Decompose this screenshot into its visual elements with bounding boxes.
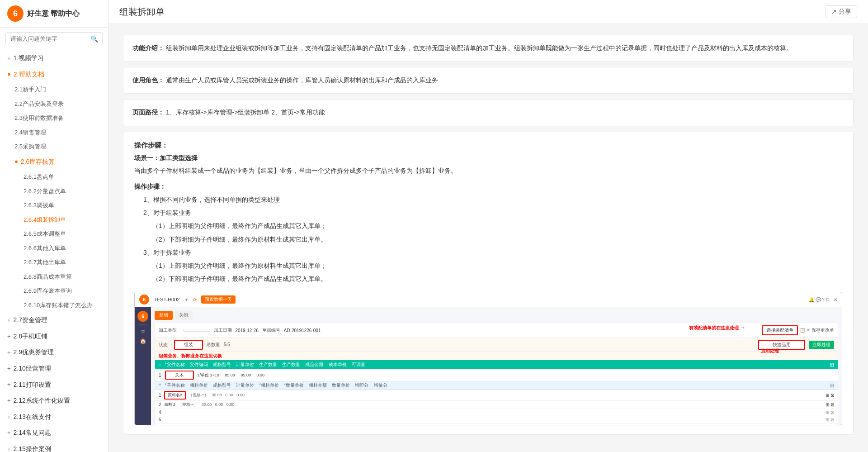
sidebar-item-finance[interactable]: + 2.7资金管理	[0, 312, 108, 328]
mock-sub-row1-rest: （规格-+） 35.08 0.00 0.00	[189, 392, 245, 398]
plus-icon: +	[7, 381, 11, 389]
step2-2: （2）下部明细为子件明细，最终作为原材料生成其它出库单。	[134, 234, 842, 245]
share-button[interactable]: ↗ 分享	[826, 5, 857, 18]
steps-title: 操作步骤：	[134, 141, 842, 150]
mock-tabs: 新增 关闭	[155, 311, 838, 320]
path-body: 1、库存核算->库存管理->组装拆卸单 2、首页->常用功能	[166, 109, 325, 116]
mock-tab-list: 关闭	[175, 311, 193, 320]
sidebar-item-otherin[interactable]: 2.6.6其他入库单	[0, 241, 108, 256]
mock-icons: ⟳	[193, 297, 197, 302]
sidebar-item-label: 2.12系统个性化设置	[14, 396, 70, 405]
mock-bom-area: 选择装配清单 📋 ✕ 保存更改单	[762, 325, 834, 335]
sidebar-item-inventory[interactable]: ● 2.6库存核算	[0, 154, 108, 170]
mock-parent-row: 1 关木 1/单位 1=10 85.08 85.08 0.00	[155, 369, 838, 381]
mock-sub-row-5: 6 ⊞ ⊠	[155, 423, 838, 425]
search-box[interactable]: 🔍	[0, 28, 108, 50]
sidebar-item-label: 2.14常见问题	[14, 428, 51, 438]
sidebar-item-payment[interactable]: + 2.13在线支付	[0, 409, 108, 425]
mock-close-icon: ✕	[834, 297, 837, 302]
step2-1: （1）上部明细为父件明细，最终作为产成品生成其它入库单；	[134, 220, 842, 232]
role-label: 使用角色：	[132, 76, 164, 84]
mock-sub-row2-name: 原料 2	[164, 402, 176, 408]
intro-card: 功能介绍： 组装拆卸单用来处理企业组装或拆卸等加工业务，支持有固定装配清单的产品…	[123, 35, 854, 62]
sidebar-item-partial[interactable]: 2.6.2分量盘点单	[0, 184, 108, 199]
sidebar-item-faq[interactable]: + 2.14常见问题	[0, 425, 108, 441]
mock-status-select: 组装	[174, 340, 203, 350]
sidebar-item-mobile[interactable]: + 2.8手机旺铺	[0, 328, 108, 345]
sidebar-item-stockerror[interactable]: 2.6.10库存账本错了怎么办	[0, 298, 108, 313]
logo-icon: 6	[7, 5, 24, 22]
sidebar-item-video[interactable]: + 1.视频学习	[0, 50, 108, 67]
mock-refresh-icon: ⟳	[193, 297, 197, 302]
mock-date-val: 2019-12-26	[236, 328, 259, 333]
steps-card: 操作步骤： 场景一：加工类型选择 当由多个子件材料组装成一个成品的业务为【组装】…	[123, 132, 854, 435]
mock-sub-row-4: 5 ⊞ ⊠	[155, 416, 838, 423]
mock-type-select	[183, 329, 210, 332]
search-icon: 🔍	[90, 35, 98, 43]
sidebar-item-newbie[interactable]: 2.1新手入门	[0, 82, 108, 97]
step3: 3、对于拆装业务	[134, 247, 842, 258]
search-input[interactable]	[5, 32, 103, 45]
mock-app-icons: 🔔 💬 ? ©️	[809, 297, 829, 302]
plus-icon: +	[7, 365, 11, 373]
sidebar-item-system[interactable]: + 2.12系统个性化设置	[0, 393, 108, 409]
mock-bom-icons: 📋 ✕ 保存更改单	[800, 327, 834, 333]
sidebar-item-label: 2.11打印设置	[14, 381, 51, 390]
sidebar-item-label: 2.帮助文档	[14, 70, 44, 79]
mock-row-num: 1	[159, 373, 161, 378]
sidebar-item-install[interactable]: 2.2产品安装及登录	[0, 97, 108, 111]
sidebar: 6 好生意 帮助中心 🔍 + 1.视频学习 ● 2.帮助文档 2.1新手入门 2…	[0, 0, 108, 452]
sidebar-item-stockcheck[interactable]: 2.6.9库存账本查询	[0, 284, 108, 298]
sidebar-item-transfer[interactable]: 2.6.3调拨单	[0, 198, 108, 213]
sidebar-item-costadj[interactable]: 2.6.5成本调整单	[0, 227, 108, 241]
mock-label-status: 状态	[159, 342, 170, 348]
mock-orderno-val: AD-20191226-001	[284, 328, 321, 333]
mock-label-orderno: 单据编号	[262, 327, 280, 333]
mock-sub-row5-icons: ⊞ ⊠	[826, 424, 834, 425]
sidebar-item-prepare[interactable]: 2.3使用前数据准备	[0, 111, 108, 125]
share-label: 分享	[839, 8, 851, 16]
sidebar-item-label: 2.9优惠券管理	[14, 348, 54, 357]
sidebar-item-costrecalc[interactable]: 2.6.8商品成本重算	[0, 270, 108, 284]
annotation-bom-text: 有装配清单的在这里处理	[689, 325, 739, 330]
minus-icon: ●	[14, 157, 18, 166]
sidebar-item-print[interactable]: + 2.11打印设置	[0, 377, 108, 393]
step3-1: （1）上部明细为父件明细，最终作为原材料生成其它出库单；	[134, 260, 842, 271]
mock-app-id: TEST-H002	[154, 297, 179, 302]
mock-divider	[138, 324, 147, 325]
mock-preset-btn: 预置数据一天	[201, 295, 236, 304]
sidebar-item-cases[interactable]: + 2.15操作案例	[0, 441, 108, 452]
plus-icon: +	[7, 54, 11, 62]
mock-home-icon: 🏠	[140, 338, 146, 344]
sidebar-item-docs[interactable]: ● 2.帮助文档	[0, 67, 108, 83]
sidebar-item-label: 1.视频学习	[14, 54, 44, 63]
minus-icon: ●	[7, 70, 11, 78]
sidebar-item-sales[interactable]: 2.4销售管理	[0, 125, 108, 140]
mock-search-btn: 立即处理	[809, 341, 834, 349]
mock-dropdown-icon: ▼	[184, 297, 189, 302]
mock-mini-sidebar: 6 ≡ 🏠	[135, 307, 151, 425]
role-body: 通常由生产人员或库管人员完成拆装业务的操作，库管人员确认原材料的出库和产成品的入…	[166, 76, 438, 84]
mock-sub-row3-icons: ⊞ ⊠	[826, 410, 834, 415]
plus-icon: +	[7, 333, 11, 341]
mock-label-date: 加工日期	[214, 327, 232, 333]
plus-icon: +	[7, 348, 11, 357]
sidebar-item-otherout[interactable]: 2.6.7其他出库单	[0, 255, 108, 270]
sidebar-item-purchase[interactable]: 2.5采购管理	[0, 139, 108, 154]
mock-sub-row-2: 2 原料 2 （规格-+） 30.00 0.00 0.00 ⊞ ⊠	[155, 401, 838, 409]
mock-sub-row1-icons: ⊞ ⊠	[826, 393, 834, 398]
plus-icon: +	[7, 397, 11, 405]
mock-parent-name-cell: 关木	[165, 371, 194, 380]
mock-logo: 6	[139, 295, 149, 305]
role-text: 使用角色： 通常由生产人员或库管人员完成拆装业务的操作，库管人员确认原材料的出库…	[132, 75, 844, 86]
mock-sub-row4-icons: ⊞ ⊠	[826, 417, 834, 422]
sidebar-item-assembly[interactable]: 2.6.4组装拆卸单	[0, 213, 108, 227]
sidebar-item-stocktake[interactable]: 2.6.1盘点单	[0, 170, 108, 184]
plus-icon: +	[7, 445, 11, 452]
mock-ann-bom: 有装配清单的在这里处理 →	[687, 324, 747, 332]
sidebar-item-operation[interactable]: + 2.10经营管理	[0, 361, 108, 377]
mock-ann-assemble-row: 组装业务、拆卸业务在这里切换	[155, 352, 838, 360]
sidebar-item-label: 2.13在线支付	[14, 413, 51, 422]
role-card: 使用角色： 通常由生产人员或库管人员完成拆装业务的操作，库管人员确认原材料的出库…	[123, 67, 854, 94]
sidebar-item-coupon[interactable]: + 2.9优惠券管理	[0, 344, 108, 361]
